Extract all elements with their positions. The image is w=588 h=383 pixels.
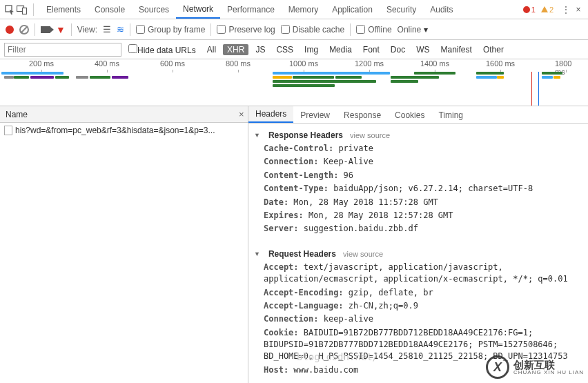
- timeline-tick: 800 ms: [226, 59, 251, 68]
- header-key: Accept:: [264, 262, 304, 272]
- header-value: text/javascript, application/javascript,…: [264, 262, 568, 284]
- timeline-bar: [76, 76, 88, 79]
- timeline-tick: 1600 ms: [486, 59, 515, 68]
- header-value: private: [338, 144, 373, 153]
- timeline-bar: [112, 76, 128, 79]
- timeline-bar: [542, 72, 562, 75]
- timeline-bar: [1, 72, 63, 75]
- header-value: 96: [344, 170, 353, 180]
- type-filter-doc[interactable]: Doc: [386, 44, 409, 55]
- type-filter-xhr[interactable]: XHR: [223, 44, 248, 55]
- timeline-bar: [542, 76, 553, 79]
- header-key: Accept-Encoding:: [264, 288, 349, 297]
- record-icon[interactable]: [6, 26, 14, 34]
- header-key: Server:: [264, 224, 304, 233]
- hide-data-urls-checkbox[interactable]: Hide data URLs: [128, 44, 196, 55]
- header-value: suggestion.baidu.zbb.df: [304, 224, 418, 233]
- type-filter-css[interactable]: CSS: [272, 44, 297, 55]
- close-detail-icon[interactable]: ×: [239, 109, 244, 119]
- error-count[interactable]: 1: [523, 6, 536, 14]
- filter-input[interactable]: [4, 43, 121, 57]
- header-key: Cookie:: [264, 328, 304, 337]
- type-filter-manifest[interactable]: Manifest: [437, 44, 476, 55]
- type-filter-all[interactable]: All: [203, 44, 220, 55]
- tab-console[interactable]: Console: [88, 0, 132, 19]
- tab-application[interactable]: Application: [325, 0, 380, 19]
- request-headers-title[interactable]: Request Headers: [268, 249, 336, 259]
- tab-sources[interactable]: Sources: [132, 0, 176, 19]
- capture-screenshots-icon[interactable]: [41, 26, 50, 33]
- filter-icon[interactable]: ▼: [56, 24, 66, 35]
- inspect-icon[interactable]: [4, 4, 15, 15]
- preserve-log-checkbox[interactable]: Preserve log: [217, 25, 275, 35]
- throttling-select[interactable]: Online: [398, 25, 429, 35]
- watermark-pinyin: CHUANG XIN HU LIAN: [513, 370, 584, 375]
- view-source-link[interactable]: view source: [343, 250, 383, 258]
- clear-icon[interactable]: [19, 25, 29, 35]
- header-item: Server: suggestion.baidu.zbb.df: [264, 223, 581, 235]
- timeline-overview[interactable]: 200 ms400 ms600 ms800 ms1000 ms1200 ms14…: [0, 59, 588, 106]
- tab-network[interactable]: Network: [176, 0, 220, 19]
- timeline-bar: [391, 76, 439, 79]
- view-source-link[interactable]: view source: [350, 131, 390, 139]
- main-split: Name his?wd=&from=pc_web&rf=3&hisdata=&j…: [0, 106, 588, 383]
- header-key: Accept-Language:: [264, 301, 349, 311]
- header-value: Mon, 28 May 2018 11:57:28 GMT: [293, 197, 438, 207]
- type-filter-img[interactable]: Img: [300, 44, 322, 55]
- disable-cache-checkbox[interactable]: Disable cache: [281, 25, 344, 35]
- large-rows-icon[interactable]: ☰: [103, 24, 111, 35]
- header-item: Expires: Mon, 28 May 2018 12:57:28 GMT: [264, 210, 581, 222]
- offline-checkbox[interactable]: Offline: [356, 25, 391, 35]
- detail-tab-cookies[interactable]: Cookies: [388, 108, 431, 123]
- requests-list: Name his?wd=&from=pc_web&rf=3&hisdata=&j…: [0, 106, 248, 383]
- timeline-bar: [414, 72, 455, 75]
- request-row[interactable]: his?wd=&from=pc_web&rf=3&hisdata=&json=1…: [0, 123, 248, 138]
- tab-security[interactable]: Security: [380, 0, 423, 19]
- type-filter-other[interactable]: Other: [479, 44, 508, 55]
- settings-icon[interactable]: ⋮: [560, 4, 571, 15]
- group-by-frame-checkbox[interactable]: Group by frame: [136, 25, 205, 35]
- type-filter-js[interactable]: JS: [251, 44, 269, 55]
- header-key: Cache-Control:: [264, 144, 338, 153]
- detail-tab-timing[interactable]: Timing: [431, 108, 470, 123]
- timeline-marker: [531, 72, 532, 106]
- timeline-bar: [553, 76, 560, 79]
- timeline-bar: [90, 76, 110, 79]
- tab-elements[interactable]: Elements: [39, 0, 88, 19]
- timeline-tick: 200 ms: [29, 59, 54, 68]
- timeline-bar: [273, 80, 376, 83]
- header-value: gzip, deflate, br: [349, 288, 433, 297]
- header-value: Keep-Alive: [324, 157, 373, 166]
- name-column-header[interactable]: Name: [0, 106, 248, 123]
- timeline-bar: [30, 76, 54, 79]
- timeline-bar: [476, 72, 504, 75]
- type-filter-font[interactable]: Font: [359, 44, 384, 55]
- timeline-marker: [538, 72, 539, 106]
- header-value: www.baidu.com: [293, 365, 358, 375]
- header-item: Date: Mon, 28 May 2018 11:57:28 GMT: [264, 197, 581, 208]
- detail-tab-headers[interactable]: Headers: [248, 106, 293, 123]
- type-filter-ws[interactable]: WS: [412, 44, 433, 55]
- tab-performance[interactable]: Performance: [220, 0, 282, 19]
- request-detail: × HeadersPreviewResponseCookiesTiming Re…: [248, 106, 588, 383]
- detail-tab-response[interactable]: Response: [337, 108, 388, 123]
- type-filter-media[interactable]: Media: [325, 44, 356, 55]
- waterfall-icon[interactable]: ≋: [117, 24, 124, 35]
- header-key: Content-Type:: [264, 184, 333, 193]
- header-value: keep-alive: [324, 314, 373, 324]
- tab-memory[interactable]: Memory: [282, 0, 325, 19]
- header-item: Content-Type: baiduApp/json; v6.27.2.14;…: [264, 183, 581, 195]
- tab-audits[interactable]: Audits: [423, 0, 460, 19]
- timeline-bar: [273, 84, 335, 87]
- watermark-logo-icon: X: [486, 355, 509, 379]
- view-label: View:: [77, 25, 97, 35]
- watermark: X 创新互联 CHUANG XIN HU LIAN: [486, 355, 584, 379]
- close-icon[interactable]: ×: [573, 4, 584, 15]
- device-toggle-icon[interactable]: [17, 4, 28, 15]
- detail-tab-preview[interactable]: Preview: [293, 108, 337, 123]
- header-key: Content-Length:: [264, 170, 344, 180]
- timeline-bar: [476, 76, 497, 79]
- timeline-bar: [55, 76, 69, 79]
- warning-count[interactable]: 2: [541, 6, 553, 14]
- response-headers-title[interactable]: Response Headers: [268, 130, 343, 140]
